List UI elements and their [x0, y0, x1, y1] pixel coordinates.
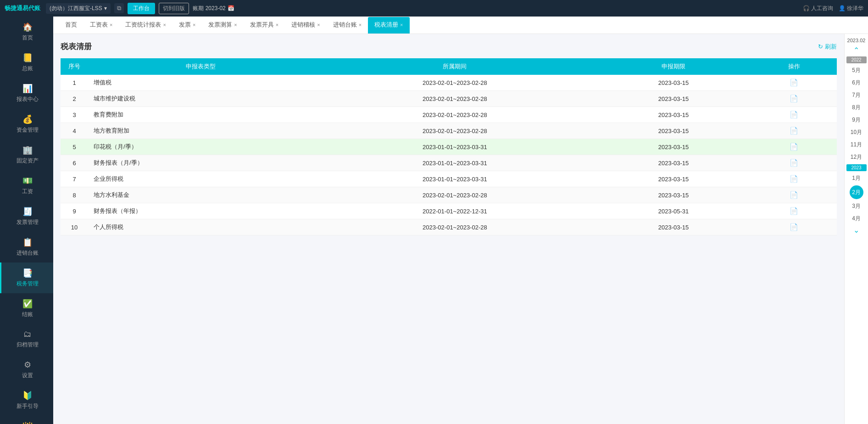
refresh-button[interactable]: ↻ 刷新: [818, 43, 837, 51]
cell-deadline: 2023-03-15: [596, 171, 751, 187]
content-area: 首页 工资表 × 工资统计报表 × 发票 × 发票测算 × 发票开具 ×: [53, 17, 868, 424]
action-detail-icon[interactable]: 📄: [790, 159, 798, 167]
page-with-calendar: 税表清册 ↻ 刷新 序号 申报表类型 所属期间 申报期限 操作: [53, 34, 868, 424]
action-detail-icon[interactable]: 📄: [790, 143, 798, 151]
main-layout: 🏠 首页 📒 总账 📊 报表中心 💰 资金管理 🏢 固定资产 💵 工资 🧾 发票…: [0, 17, 868, 424]
tab-invoice-calc[interactable]: 发票测算 ×: [202, 17, 243, 33]
cal-month-2-active[interactable]: 2月: [850, 185, 863, 199]
tab-salary[interactable]: 工资表 ×: [83, 17, 119, 33]
user-profile-btn[interactable]: 👤 徐泽华: [839, 5, 863, 12]
cell-period: 2023-02-01~2023-02-28: [314, 219, 596, 235]
sidebar-item-salary[interactable]: 💵 工资: [0, 170, 53, 201]
cell-deadline: 2023-03-15: [596, 139, 751, 155]
guide-icon: 🔰: [22, 391, 33, 401]
cal-month-6[interactable]: 6月: [846, 77, 867, 89]
tab-tax-list[interactable]: 税表清册 ×: [368, 17, 409, 33]
cal-month-5[interactable]: 5月: [846, 64, 867, 77]
cell-period: 2023-02-01~2023-02-28: [314, 123, 596, 139]
sidebar-item-report[interactable]: 📊 报表中心: [0, 78, 53, 109]
action-detail-icon[interactable]: 📄: [790, 95, 798, 103]
page-title: 税表清册: [61, 41, 92, 52]
table-row: 1 增值税 2023-02-01~2023-02-28 2023-03-15 📄: [61, 75, 837, 91]
cal-month-7[interactable]: 7月: [846, 89, 867, 101]
sidebar-item-fund[interactable]: 💰 资金管理: [0, 109, 53, 139]
tab-close-inout-check[interactable]: ×: [317, 22, 320, 28]
cell-deadline: 2023-03-15: [596, 91, 751, 107]
ai-consult-btn[interactable]: 🎧 人工咨询: [803, 5, 833, 12]
sidebar-item-vip[interactable]: 👑 畅会员: [0, 416, 53, 424]
calendar-header[interactable]: 2023.02: [847, 36, 866, 45]
copy-icon-btn[interactable]: ⧉: [114, 3, 124, 13]
cell-deadline: 2023-03-15: [596, 155, 751, 171]
fund-icon: 💰: [22, 114, 33, 124]
cal-month-11[interactable]: 11月: [846, 139, 867, 151]
action-detail-icon[interactable]: 📄: [790, 111, 798, 119]
salary-icon: 💵: [22, 176, 33, 186]
tab-inout-ledger[interactable]: 进销台账 ×: [327, 17, 368, 33]
cell-action: 📄: [751, 203, 837, 219]
sidebar-item-invoice[interactable]: 🧾 发票管理: [0, 201, 53, 232]
cell-period: 2023-01-01~2023-03-31: [314, 139, 596, 155]
table-row: 6 财务报表（月/季） 2023-01-01~2023-03-31 2023-0…: [61, 155, 837, 171]
invoice-icon: 🧾: [22, 206, 33, 217]
tab-close-invoice[interactable]: ×: [193, 22, 195, 28]
cell-deadline: 2023-05-31: [596, 203, 751, 219]
sidebar-item-ledger[interactable]: 📒 总账: [0, 47, 53, 78]
cell-type: 财务报表（月/季）: [88, 155, 314, 171]
workstation-button[interactable]: 工作台: [128, 3, 155, 14]
cell-no: 2: [61, 91, 88, 107]
tab-close-tax-list[interactable]: ×: [400, 22, 403, 28]
sidebar-item-guide[interactable]: 🔰 新手引导: [0, 385, 53, 416]
sidebar-item-tax[interactable]: 📑 税务管理: [0, 262, 53, 293]
action-detail-icon[interactable]: 📄: [790, 223, 798, 231]
action-detail-icon[interactable]: 📄: [790, 78, 798, 87]
action-detail-icon[interactable]: 📄: [790, 127, 798, 135]
tab-invoice-open[interactable]: 发票开具 ×: [244, 17, 285, 33]
report-icon: 📊: [22, 84, 33, 94]
table-header: 序号 申报表类型 所属期间 申报期限 操作: [61, 58, 837, 75]
action-detail-icon[interactable]: 📄: [790, 207, 798, 215]
cell-period: 2023-02-01~2023-02-28: [314, 187, 596, 203]
tab-close-invoice-calc[interactable]: ×: [234, 22, 237, 28]
company-selector[interactable]: (勿动）江西服宝-LSS ▾: [46, 3, 111, 14]
cal-month-1[interactable]: 1月: [846, 172, 867, 184]
cell-period: 2023-01-01~2023-03-31: [314, 155, 596, 171]
cal-month-8[interactable]: 8月: [846, 101, 867, 114]
sidebar-item-archive[interactable]: 🗂 归档管理: [0, 324, 53, 354]
tab-close-salary-stats[interactable]: ×: [163, 22, 166, 28]
tab-close-invoice-open[interactable]: ×: [276, 22, 278, 28]
sidebar-item-home[interactable]: 🏠 首页: [0, 17, 53, 47]
sidebar-item-inout[interactable]: 📋 进销台账: [0, 232, 53, 262]
tab-close-inout-ledger[interactable]: ×: [359, 22, 362, 28]
table-row: 8 地方水利基金 2023-02-01~2023-02-28 2023-03-1…: [61, 187, 837, 203]
cal-month-3[interactable]: 3月: [846, 200, 867, 212]
headset-icon: 🎧: [803, 5, 810, 11]
sidebar-item-settings[interactable]: ⚙ 设置: [0, 354, 53, 385]
cal-month-4[interactable]: 4月: [846, 212, 867, 225]
cal-month-10[interactable]: 10月: [846, 126, 867, 139]
action-detail-icon[interactable]: 📄: [790, 191, 798, 199]
user-icon: 👤: [839, 5, 846, 11]
calendar-icon[interactable]: 📅: [228, 5, 234, 11]
sidebar-item-asset[interactable]: 🏢 固定资产: [0, 139, 53, 170]
tab-salary-stats[interactable]: 工资统计报表 ×: [119, 17, 172, 33]
switch-version-button[interactable]: 切到旧版: [159, 3, 189, 14]
sidebar-item-settlement[interactable]: ✅ 结账: [0, 293, 53, 324]
calendar-down-arrow[interactable]: ⌄: [852, 225, 860, 235]
cell-type: 教育费附加: [88, 107, 314, 123]
cell-action: 📄: [751, 91, 837, 107]
cell-type: 印花税（月/季）: [88, 139, 314, 155]
tab-close-salary[interactable]: ×: [110, 22, 112, 28]
cal-month-9[interactable]: 9月: [846, 114, 867, 126]
tab-home[interactable]: 首页: [59, 17, 83, 33]
action-detail-icon[interactable]: 📄: [790, 175, 798, 183]
tab-inout-check[interactable]: 进销稽核 ×: [285, 17, 326, 33]
cell-action: 📄: [751, 187, 837, 203]
sidebar: 🏠 首页 📒 总账 📊 报表中心 💰 资金管理 🏢 固定资产 💵 工资 🧾 发票…: [0, 17, 53, 424]
calendar-up-arrow[interactable]: ⌃: [852, 45, 860, 56]
period-label: 账期: [193, 5, 204, 12]
tab-invoice[interactable]: 发票 ×: [172, 17, 202, 33]
table-row: 7 企业所得税 2023-01-01~2023-03-31 2023-03-15…: [61, 171, 837, 187]
col-type: 申报表类型: [88, 58, 314, 75]
cal-month-12[interactable]: 12月: [846, 151, 867, 163]
